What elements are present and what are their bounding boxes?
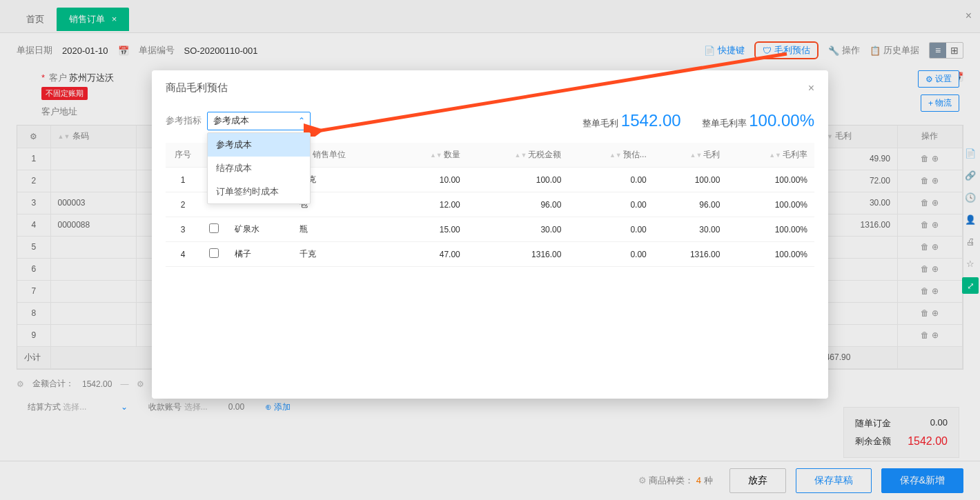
row-checkbox[interactable] <box>209 248 219 258</box>
modal-mask: 商品毛利预估 × 参考指标 ⌃ 参考成本结存成本订单签约时成本 整单毛利 154… <box>0 0 980 500</box>
reference-select[interactable]: ⌃ 参考成本结存成本订单签约时成本 <box>207 112 311 130</box>
mcol-untaxed[interactable]: ▲▼无税金额 <box>467 143 569 168</box>
mcol-est[interactable]: ▲▼预估... <box>568 143 653 168</box>
row-checkbox[interactable] <box>209 223 219 233</box>
total-rate-value: 100.00% <box>749 111 814 130</box>
modal-title: 商品毛利预估 <box>166 81 228 94</box>
total-rate-label: 整单毛利率 <box>702 118 747 128</box>
filter-label: 参考指标 <box>166 114 202 127</box>
mcol-profit[interactable]: ▲▼毛利 <box>654 143 727 168</box>
dropdown-option[interactable]: 结存成本 <box>208 157 310 180</box>
total-profit-value: 1542.00 <box>621 111 681 130</box>
modal-close-icon[interactable]: × <box>808 82 814 94</box>
profit-modal: 商品毛利预估 × 参考指标 ⌃ 参考成本结存成本订单签约时成本 整单毛利 154… <box>152 70 828 399</box>
mcol-qty[interactable]: ▲▼数量 <box>393 143 467 168</box>
profit-row[interactable]: 4橘子千克47.001316.000.001316.00100.00% <box>166 242 814 267</box>
dropdown-option[interactable]: 参考成本 <box>208 133 310 157</box>
mcol-idx[interactable]: 序号 <box>166 143 200 168</box>
chevron-up-icon: ⌃ <box>298 116 305 126</box>
total-profit-label: 整单毛利 <box>582 118 618 128</box>
profit-row[interactable]: 3矿泉水瓶15.0030.000.0030.00100.00% <box>166 217 814 242</box>
reference-select-input[interactable] <box>207 112 311 130</box>
reference-dropdown: 参考成本结存成本订单签约时成本 <box>207 132 311 204</box>
dropdown-option[interactable]: 订单签约时成本 <box>208 180 310 203</box>
mcol-rate[interactable]: ▲▼毛利率 <box>727 143 814 168</box>
